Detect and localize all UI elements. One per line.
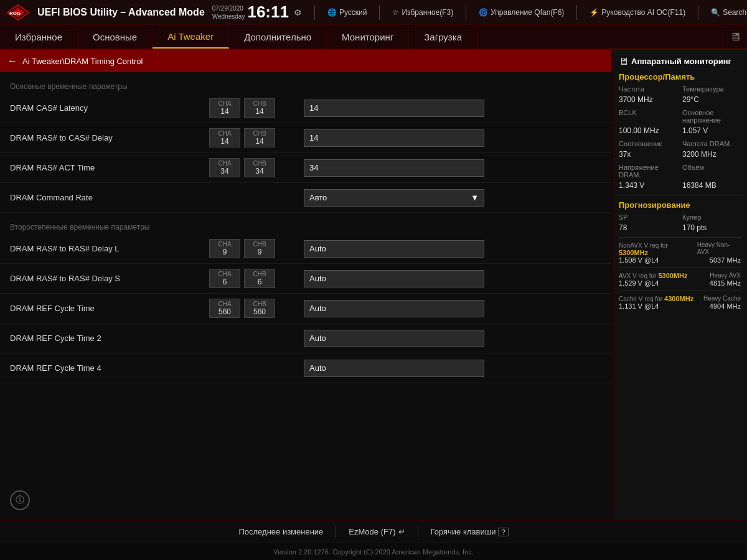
ras-act-input[interactable] bbox=[304, 159, 484, 177]
pred-cache: Cache V req for 4300MHz Heavy Cache 1.13… bbox=[619, 295, 741, 310]
ref-cycle-cha-box: CHA 560 bbox=[209, 299, 240, 318]
dram-size-label: Объём bbox=[682, 164, 741, 179]
ras-ras-s-cha-val: 6 bbox=[214, 278, 236, 286]
cas-chb-label: CHB bbox=[248, 100, 271, 107]
app-title: UEFI BIOS Utility – Advanced Mode bbox=[37, 7, 205, 18]
ras-ras-s-channels: CHA 6 CHB 6 bbox=[209, 269, 296, 288]
search-icon: 🔍 bbox=[711, 8, 720, 17]
nonavx-freq: 5300MHz bbox=[619, 249, 648, 256]
nav-favorites[interactable]: Избранное bbox=[0, 25, 78, 49]
hw-divider-4 bbox=[619, 291, 741, 291]
sep5 bbox=[698, 5, 698, 20]
topbar-datetime: 07/29/2020 Wednesday 16:11 ⚙ bbox=[212, 2, 302, 22]
cas-latency-input[interactable] bbox=[304, 100, 484, 117]
ref-cycle-chb-val: 560 bbox=[248, 307, 271, 316]
prognoz-section-title: Прогнозирование bbox=[619, 200, 741, 210]
setting-ras-act: DRAM RAS# ACT Time CHA 34 CHB 34 bbox=[0, 153, 611, 183]
ras-act-chb-box: CHB 34 bbox=[244, 158, 275, 177]
cas-channels: CHA 14 CHB 14 bbox=[209, 98, 296, 118]
ras-cas-channels: CHA 14 CHB 14 bbox=[209, 128, 296, 147]
ras-ras-l-chb-box: CHB 9 bbox=[244, 239, 275, 258]
nonavx-type-label: Heavy Non-AVX bbox=[697, 241, 741, 256]
cmd-rate-dropdown[interactable]: Авто ▼ bbox=[304, 189, 484, 207]
ras-ras-s-input[interactable] bbox=[304, 270, 484, 287]
topbar-qfan[interactable]: 🌀 Управление Qfan(F6) bbox=[479, 8, 564, 17]
ref-cycle-4-label: DRAM REF Cycle Time 4 bbox=[10, 363, 209, 373]
ras-act-channels: CHA 34 CHB 34 bbox=[209, 158, 296, 177]
hw-grid-primary: Частота Температура 3700 MHz 29°C bbox=[619, 85, 741, 104]
setting-ref-cycle-2: DRAM REF Cycle Time 2 bbox=[0, 324, 611, 353]
nav-aitweaker[interactable]: Ai Tweaker bbox=[153, 25, 229, 49]
avx-label: AVX V req for bbox=[619, 273, 656, 279]
ras-act-cha-val: 34 bbox=[214, 167, 236, 175]
topbar-favorites[interactable]: ☆ Избранное(F3) bbox=[392, 8, 453, 17]
setting-ras-ras-l: DRAM RAS# to RAS# Delay L CHA 9 CHB 9 bbox=[0, 234, 611, 264]
ref-cycle-4-input[interactable] bbox=[304, 360, 484, 377]
bookmark-icon: ☆ bbox=[392, 8, 399, 17]
ras-ras-l-label: DRAM RAS# to RAS# Delay L bbox=[10, 244, 209, 253]
top-bar: ROG UEFI BIOS Utility – Advanced Mode 07… bbox=[0, 0, 747, 25]
ras-ras-s-label: DRAM RAS# to RAS# Delay S bbox=[10, 274, 209, 283]
setting-ref-cycle-4: DRAM REF Cycle Time 4 bbox=[0, 353, 611, 383]
aioc-label: Руководство AI OC(F11) bbox=[601, 8, 685, 17]
ratio-label: Соотношение bbox=[619, 140, 677, 147]
hw-grid-bclk: BCLK Основное напряжение 100.00 MHz 1.05… bbox=[619, 109, 741, 135]
nav-main[interactable]: Основные bbox=[78, 25, 153, 49]
hw-monitor-icon: 🖥 bbox=[730, 30, 741, 44]
dram-freq-val: 3200 MHz bbox=[682, 150, 741, 159]
cas-cha-val: 14 bbox=[214, 107, 236, 116]
hotkeys-icon: ? bbox=[498, 528, 508, 536]
favorites-label: Избранное(F3) bbox=[402, 8, 453, 17]
last-change-button[interactable]: Последнее изменение bbox=[226, 527, 336, 536]
sep3 bbox=[466, 5, 466, 20]
nav-bar: Избранное Основные Ai Tweaker Дополнител… bbox=[0, 25, 747, 50]
topbar-search[interactable]: 🔍 Search(F9) bbox=[711, 8, 747, 17]
ezmode-button[interactable]: EzMode (F7) ↵ bbox=[336, 527, 417, 536]
nav-monitor[interactable]: Мониторинг bbox=[327, 25, 409, 49]
settings-icon[interactable]: ⚙ bbox=[294, 7, 302, 17]
ras-cas-chb-box: CHB 14 bbox=[244, 128, 275, 147]
ras-ras-s-chb-box: CHB 6 bbox=[244, 269, 275, 288]
hw-monitor-title-row: 🖥 Аппаратный мониторинг bbox=[619, 56, 741, 67]
avx-volt: 1.529 V @L4 bbox=[619, 279, 659, 287]
nav-boot[interactable]: Загрузка bbox=[409, 25, 477, 49]
ras-to-cas-label: DRAM RAS# to CAS# Delay bbox=[10, 133, 209, 142]
sep2 bbox=[379, 5, 380, 20]
ref-cycle-input[interactable] bbox=[304, 300, 484, 317]
back-arrow-icon[interactable]: ← bbox=[7, 55, 17, 67]
nonavx-label: NonAVX V req for bbox=[619, 242, 668, 249]
sp-val: 78 bbox=[619, 223, 677, 232]
hw-monitor-icon: 🖥 bbox=[619, 56, 629, 67]
version-bar: Version 2.20.1276. Copyright (C) 2020 Am… bbox=[0, 543, 747, 560]
cache-type-freq: 4904 MHz bbox=[710, 302, 741, 310]
nonavx-type-freq: 5037 MHz bbox=[710, 256, 741, 264]
hw-monitor-title-text: Аппаратный мониторинг bbox=[631, 57, 731, 67]
ref-cycle-cha-label: CHA bbox=[214, 301, 236, 307]
base-volt-val: 1.057 V bbox=[682, 126, 741, 135]
version-text: Version 2.20.1276. Copyright (C) 2020 Am… bbox=[273, 548, 474, 556]
ras-ras-s-cha-label: CHA bbox=[214, 271, 236, 278]
hw-divider-2 bbox=[619, 237, 741, 238]
search-label: Search(F9) bbox=[723, 8, 747, 17]
sep4 bbox=[576, 5, 577, 20]
topbar-language[interactable]: 🌐 Русский bbox=[327, 8, 367, 17]
nav-advanced[interactable]: Дополнительно bbox=[229, 25, 327, 49]
info-button[interactable]: ⓘ bbox=[10, 490, 30, 510]
breadcrumb-path: Ai Tweaker\DRAM Timing Control bbox=[22, 57, 143, 66]
cas-cha-label: CHA bbox=[214, 100, 236, 107]
topbar-aioc[interactable]: ⚡ Руководство AI OC(F11) bbox=[590, 8, 685, 17]
bclk-label: BCLK bbox=[619, 109, 677, 124]
ras-act-cha-box: CHA 34 bbox=[209, 158, 240, 177]
hotkeys-button[interactable]: Горячие клавиши ? bbox=[418, 527, 521, 536]
bottom-bar: Последнее изменение EzMode (F7) ↵ Горячи… bbox=[0, 520, 747, 543]
breadcrumb: ← Ai Tweaker\DRAM Timing Control bbox=[0, 50, 611, 72]
ras-cas-cha-box: CHA 14 bbox=[209, 128, 240, 147]
cas-cha-box: CHA 14 bbox=[209, 98, 240, 118]
ras-cas-cha-label: CHA bbox=[214, 130, 236, 137]
ref-cycle-2-input[interactable] bbox=[304, 330, 484, 347]
ras-ras-s-chb-label: CHB bbox=[248, 271, 271, 278]
ras-cas-chb-val: 14 bbox=[248, 137, 271, 146]
bclk-val: 100.00 MHz bbox=[619, 126, 677, 135]
ras-to-cas-input[interactable] bbox=[304, 129, 484, 147]
ras-ras-l-input[interactable] bbox=[304, 240, 484, 258]
